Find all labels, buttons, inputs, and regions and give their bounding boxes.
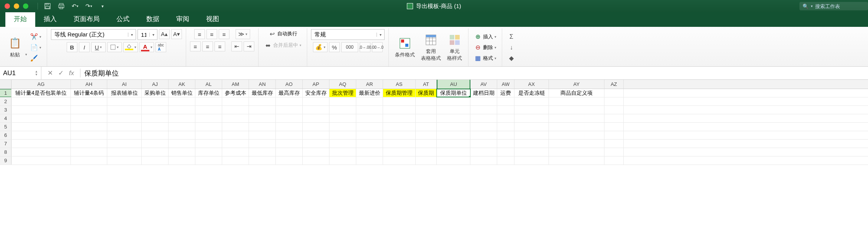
cell-AX8[interactable] bbox=[514, 148, 549, 156]
cell-AT7[interactable] bbox=[416, 140, 437, 148]
cell-AI8[interactable] bbox=[107, 148, 142, 156]
cell-AO2[interactable] bbox=[276, 97, 303, 105]
close-window-button[interactable] bbox=[5, 3, 10, 9]
cell-AM9[interactable] bbox=[222, 156, 249, 165]
cell-AU1[interactable]: 保质期单位 bbox=[437, 89, 470, 97]
print-button[interactable] bbox=[57, 2, 66, 10]
row-header-6[interactable]: 6 bbox=[0, 131, 11, 139]
cell-AT9[interactable] bbox=[416, 156, 437, 165]
cell-AT5[interactable] bbox=[416, 123, 437, 131]
row-header-3[interactable]: 3 bbox=[0, 106, 11, 114]
cell-AI2[interactable] bbox=[107, 97, 142, 105]
cell-AY6[interactable] bbox=[549, 131, 604, 139]
cell-AX9[interactable] bbox=[514, 156, 549, 165]
cell-AH9[interactable] bbox=[71, 156, 107, 165]
insert-cells-button[interactable]: ⊕插入▾ bbox=[472, 32, 498, 41]
cell-AJ7[interactable] bbox=[142, 140, 169, 148]
formula-input[interactable]: 保质期单位 bbox=[80, 69, 868, 78]
cell-AZ5[interactable] bbox=[604, 123, 624, 131]
cell-AP3[interactable] bbox=[303, 106, 329, 114]
orientation-button[interactable]: ≫ bbox=[236, 29, 250, 39]
cell-AZ7[interactable] bbox=[604, 140, 624, 148]
decrease-decimal-button[interactable]: .00→.0 bbox=[372, 42, 383, 52]
col-header-AY[interactable]: AY bbox=[549, 80, 604, 89]
cell-AS1[interactable]: 保质期管理 bbox=[383, 89, 416, 97]
cell-AY4[interactable] bbox=[549, 114, 604, 122]
cell-AV4[interactable] bbox=[470, 114, 497, 122]
tab-插入[interactable]: 插入 bbox=[35, 11, 65, 27]
cell-AT4[interactable] bbox=[416, 114, 437, 122]
cell-AJ3[interactable] bbox=[142, 106, 169, 114]
cell-AL9[interactable] bbox=[195, 156, 222, 165]
cell-AQ8[interactable] bbox=[329, 148, 356, 156]
align-center-button[interactable]: ≡ bbox=[202, 41, 213, 51]
tab-视图[interactable]: 视图 bbox=[198, 11, 228, 27]
cell-AW9[interactable] bbox=[497, 156, 514, 165]
cell-AU3[interactable] bbox=[437, 106, 470, 114]
cell-AL6[interactable] bbox=[195, 131, 222, 139]
ref-step-down[interactable]: ▼ bbox=[35, 73, 38, 76]
cell-AN4[interactable] bbox=[249, 114, 276, 122]
cell-AL7[interactable] bbox=[195, 140, 222, 148]
cell-AN7[interactable] bbox=[249, 140, 276, 148]
comma-button[interactable]: 000 bbox=[341, 42, 358, 52]
cell-AK9[interactable] bbox=[169, 156, 195, 165]
align-middle-button[interactable]: ≡ bbox=[206, 29, 217, 39]
zoom-window-button[interactable] bbox=[23, 3, 28, 9]
cell-AW1[interactable]: 运费 bbox=[497, 89, 514, 97]
cell-AM6[interactable] bbox=[222, 131, 249, 139]
cell-AR5[interactable] bbox=[356, 123, 383, 131]
col-header-AL[interactable]: AL bbox=[195, 80, 222, 89]
cell-AS7[interactable] bbox=[383, 140, 416, 148]
cell-AR9[interactable] bbox=[356, 156, 383, 165]
cell-AI1[interactable]: 报表辅单位 bbox=[107, 89, 142, 97]
font-size-input[interactable] bbox=[138, 31, 149, 38]
cell-AP8[interactable] bbox=[303, 148, 329, 156]
cell-AY3[interactable] bbox=[549, 106, 604, 114]
cell-AG8[interactable] bbox=[11, 148, 71, 156]
cell-AH5[interactable] bbox=[71, 123, 107, 131]
row-header-1[interactable]: 1 bbox=[0, 89, 11, 97]
tab-审阅[interactable]: 审阅 bbox=[168, 11, 198, 27]
cell-AN6[interactable] bbox=[249, 131, 276, 139]
cell-AH2[interactable] bbox=[71, 97, 107, 105]
tab-公式[interactable]: 公式 bbox=[108, 11, 138, 27]
font-color-button[interactable]: A bbox=[139, 42, 154, 52]
cell-AS3[interactable] bbox=[383, 106, 416, 114]
cell-AH7[interactable] bbox=[71, 140, 107, 148]
align-bottom-button[interactable]: ≡ bbox=[219, 29, 229, 39]
cell-AL3[interactable] bbox=[195, 106, 222, 114]
cell-AK1[interactable]: 销售单位 bbox=[169, 89, 195, 97]
cell-AM1[interactable]: 参考成本 bbox=[222, 89, 249, 97]
accept-formula-button[interactable]: ✓ bbox=[58, 69, 64, 77]
cell-AU9[interactable] bbox=[437, 156, 470, 165]
cell-AJ6[interactable] bbox=[142, 131, 169, 139]
cell-ref-input[interactable] bbox=[3, 69, 30, 77]
cell-AP1[interactable]: 安全库存 bbox=[303, 89, 329, 97]
cell-AP2[interactable] bbox=[303, 97, 329, 105]
table-format-button[interactable]: 套用 表格格式 bbox=[419, 32, 443, 63]
cell-AG5[interactable] bbox=[11, 123, 71, 131]
font-size-combo[interactable]: ▾ bbox=[138, 29, 157, 40]
col-header-AV[interactable]: AV bbox=[470, 80, 497, 89]
cell-AI3[interactable] bbox=[107, 106, 142, 114]
cell-AU7[interactable] bbox=[437, 140, 470, 148]
cell-AQ4[interactable] bbox=[329, 114, 356, 122]
cell-AR2[interactable] bbox=[356, 97, 383, 105]
cell-AL8[interactable] bbox=[195, 148, 222, 156]
wrap-text-button[interactable]: ↩自动换行 bbox=[267, 29, 299, 38]
cell-AO5[interactable] bbox=[276, 123, 303, 131]
underline-button[interactable]: U bbox=[91, 42, 106, 52]
minimize-window-button[interactable] bbox=[14, 3, 19, 9]
col-header-AG[interactable]: AG bbox=[11, 80, 71, 89]
cell-AK4[interactable] bbox=[169, 114, 195, 122]
cell-AN3[interactable] bbox=[249, 106, 276, 114]
col-header-AX[interactable]: AX bbox=[514, 80, 549, 89]
cell-AM5[interactable] bbox=[222, 123, 249, 131]
cell-AX4[interactable] bbox=[514, 114, 549, 122]
cell-AG6[interactable] bbox=[11, 131, 71, 139]
cell-AQ6[interactable] bbox=[329, 131, 356, 139]
cell-AR6[interactable] bbox=[356, 131, 383, 139]
cell-AX5[interactable] bbox=[514, 123, 549, 131]
tab-页面布局[interactable]: 页面布局 bbox=[65, 11, 108, 27]
